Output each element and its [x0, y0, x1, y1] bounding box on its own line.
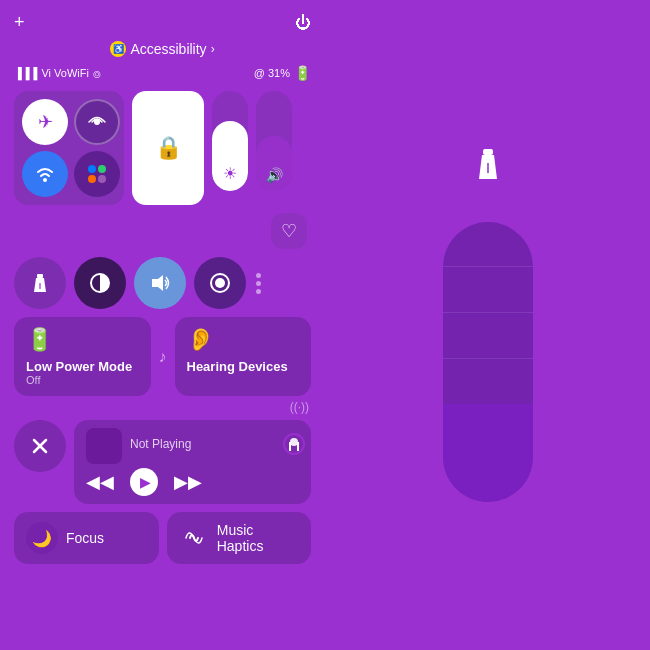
svg-point-1	[43, 178, 47, 182]
signal-dot	[98, 165, 106, 173]
accessibility-bar[interactable]: ♿ Accessibility ›	[14, 41, 311, 57]
svg-marker-5	[152, 275, 163, 291]
forward-button[interactable]: ▶▶	[174, 471, 202, 493]
hotspot-icon	[86, 111, 108, 133]
action-row: 🌙 Focus Music Haptics	[14, 512, 311, 564]
music-player-widget[interactable]: Not Playing ◀◀ ▶ ▶▶	[74, 420, 311, 504]
slider-section-3	[443, 313, 533, 359]
screen-record-button[interactable]	[194, 257, 246, 309]
not-playing-label: Not Playing	[130, 437, 191, 451]
accessibility-chevron-icon: ›	[211, 42, 215, 56]
svg-rect-12	[483, 149, 493, 155]
brightness-slider[interactable]: ☀	[212, 91, 248, 191]
rotation-lock-button[interactable]: 🔒	[132, 91, 204, 205]
airdrop-dot	[88, 175, 96, 183]
haptics-svg-icon	[180, 524, 208, 552]
low-power-title: Low Power Mode	[26, 359, 139, 374]
main-controls-row: ✈	[14, 91, 311, 205]
focus-label: Focus	[66, 530, 104, 546]
hearing-icon: 👂	[187, 327, 300, 353]
battery-percent: @ 31%	[254, 67, 290, 79]
torch-top-icon	[474, 149, 502, 192]
control-center-panel: + ⏻ ♿ Accessibility › ▐▐▐ Vi VoWiFi ⌾ @ …	[0, 0, 325, 650]
play-icon: ▶	[140, 474, 151, 490]
slider-section-4	[443, 359, 533, 404]
add-button[interactable]: +	[14, 12, 25, 33]
heart-button[interactable]: ♡	[271, 213, 307, 249]
slider-section-2	[443, 267, 533, 313]
dark-mode-button[interactable]	[74, 257, 126, 309]
hotspot-button[interactable]	[74, 99, 120, 145]
music-header: Not Playing	[86, 428, 299, 464]
battery-section: @ 31% 🔋	[254, 65, 311, 81]
wifi-button[interactable]	[22, 151, 68, 197]
flashlight-button[interactable]	[14, 257, 66, 309]
accessibility-label: Accessibility	[130, 41, 206, 57]
signal-wifi-section: ▐▐▐ Vi VoWiFi ⌾	[14, 66, 101, 81]
grid-icon	[29, 435, 51, 457]
haptics-label: Music Haptics	[217, 522, 299, 554]
status-bar: ▐▐▐ Vi VoWiFi ⌾ @ 31% 🔋	[14, 65, 311, 81]
volume-icon: 🔊	[266, 167, 283, 183]
focus-icon: 🌙	[26, 522, 58, 554]
record-icon	[210, 273, 230, 293]
wifi-signal-icon: ((·))	[290, 400, 309, 414]
low-power-status: Off	[26, 374, 139, 386]
volume-control-icon	[149, 272, 171, 294]
dark-mode-icon	[89, 272, 111, 294]
media-row: Not Playing ◀◀ ▶ ▶▶	[14, 420, 311, 504]
lock-rotation-icon: 🔒	[155, 135, 182, 161]
low-power-icon: 🔋	[26, 327, 139, 353]
heart-section: ♡	[14, 213, 311, 249]
top-bar: + ⏻	[14, 12, 311, 33]
grid-button[interactable]	[14, 420, 66, 472]
torch-brightness-slider[interactable]	[443, 222, 533, 502]
music-info: Not Playing	[130, 437, 191, 455]
wifi-icon: ⌾	[93, 66, 101, 81]
icon-row	[14, 257, 311, 309]
music-service-icon	[283, 433, 305, 455]
flashlight-icon	[30, 273, 50, 293]
volume-control-button[interactable]	[134, 257, 186, 309]
brightness-icon: ☀	[223, 164, 237, 183]
volume-slider[interactable]: 🔊	[256, 91, 292, 191]
accessibility-icon: ♿	[110, 41, 126, 57]
music-controls: ◀◀ ▶ ▶▶	[86, 468, 299, 496]
wifi-dots-row: ((·))	[14, 400, 311, 414]
torch-fill-indicator	[443, 404, 533, 502]
carrier-label: Vi VoWiFi	[41, 67, 88, 79]
svg-point-9	[290, 438, 298, 446]
svg-rect-2	[37, 274, 43, 278]
side-panel: ♪	[159, 317, 167, 396]
torch-panel	[325, 0, 650, 650]
hearing-devices-widget[interactable]: 👂 Hearing Devices	[175, 317, 312, 396]
music-app-icon	[283, 433, 305, 459]
play-button[interactable]: ▶	[130, 468, 158, 496]
music-note-icon: ♪	[159, 348, 167, 366]
rewind-button[interactable]: ◀◀	[86, 471, 114, 493]
battery-icon: 🔋	[294, 65, 311, 81]
bluetooth-dot	[88, 165, 96, 173]
low-power-mode-widget[interactable]: 🔋 Low Power Mode Off	[14, 317, 151, 396]
slider-section-1	[443, 222, 533, 268]
flashlight-top-icon	[474, 149, 502, 185]
album-art	[86, 428, 122, 464]
signal-bars-icon: ▐▐▐	[14, 67, 37, 79]
power-button[interactable]: ⏻	[295, 14, 311, 32]
feature-row: 🔋 Low Power Mode Off ♪ 👂 Hearing Devices	[14, 317, 311, 396]
connectivity-widget: ✈	[14, 91, 124, 205]
haptics-icon	[179, 522, 209, 554]
more-dot	[98, 175, 106, 183]
focus-button[interactable]: 🌙 Focus	[14, 512, 159, 564]
more-button[interactable]	[74, 151, 120, 197]
airplane-mode-button[interactable]: ✈	[22, 99, 68, 145]
music-haptics-button[interactable]: Music Haptics	[167, 512, 312, 564]
wifi-icon	[34, 163, 56, 185]
side-dots	[256, 273, 261, 294]
hearing-title: Hearing Devices	[187, 359, 300, 374]
